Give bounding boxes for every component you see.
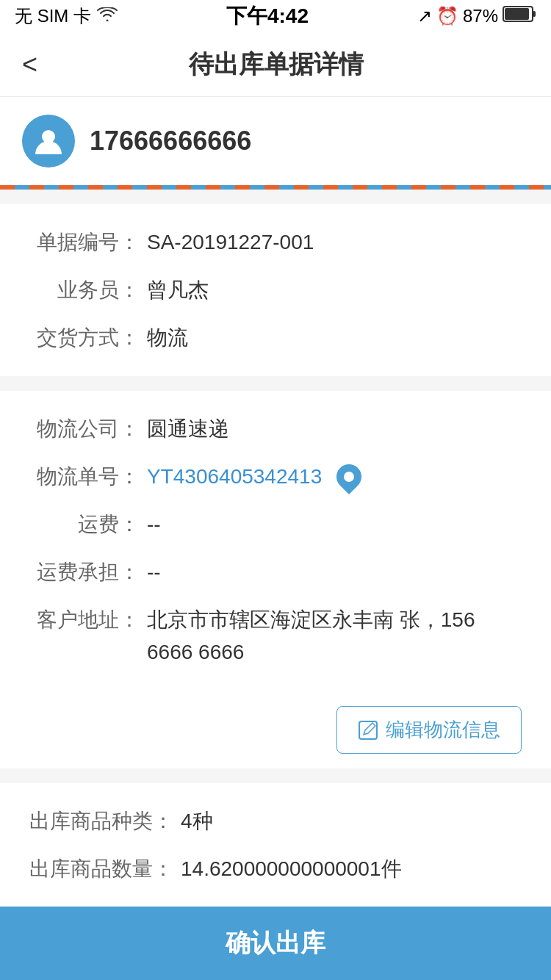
location-icon: ↗ xyxy=(417,6,432,26)
salesperson-row: 业务员： 曾凡杰 xyxy=(29,274,522,307)
logistics-company-value: 圆通速递 xyxy=(147,413,522,446)
goods-types-value: 4种 xyxy=(181,805,522,838)
confirm-button[interactable]: 确认出库 xyxy=(0,907,551,980)
address-label: 客户地址： xyxy=(29,604,147,637)
order-no-value: SA-20191227-001 xyxy=(147,226,522,259)
delivery-value: 物流 xyxy=(147,322,522,355)
address-value: 北京市市辖区海淀区永丰南 张，156 6666 6666 xyxy=(147,604,522,670)
status-left: 无 SIM 卡 xyxy=(15,4,118,28)
salesperson-value: 曾凡杰 xyxy=(147,274,522,307)
tracking-no-value: YT43064053424​13 xyxy=(147,461,522,494)
svg-rect-2 xyxy=(505,8,529,20)
goods-types-label: 出库商品种类： xyxy=(29,805,181,838)
battery-label: 87% xyxy=(463,6,498,26)
status-time: 下午4:42 xyxy=(226,2,309,30)
logistics-company-label: 物流公司： xyxy=(29,413,147,446)
freight-row: 运费： -- xyxy=(29,508,522,541)
goods-quantity-row: 出库商品数量： 14.620000000000001件 xyxy=(29,853,522,886)
logistics-section: 物流公司： 圆通速递 物流单号： YT43064053424​13 运费： --… xyxy=(0,391,551,691)
wifi-icon xyxy=(97,6,118,26)
nav-bar: < 待出库单据详情 xyxy=(0,32,551,97)
carrier-label: 无 SIM 卡 xyxy=(15,4,91,28)
back-button[interactable]: < xyxy=(22,42,52,87)
alarm-icon: ⏰ xyxy=(436,6,458,26)
goods-types-row: 出库商品种类： 4种 xyxy=(29,805,522,838)
order-no-label: 单据编号： xyxy=(29,226,147,259)
delivery-row: 交货方式： 物流 xyxy=(29,322,522,355)
order-info-section: 单据编号： SA-20191227-001 业务员： 曾凡杰 交货方式： 物流 xyxy=(0,204,551,376)
address-row: 客户地址： 北京市市辖区海淀区永丰南 张，156 6666 6666 xyxy=(29,604,522,670)
tracking-no-label: 物流单号： xyxy=(29,461,147,494)
delivery-label: 交货方式： xyxy=(29,322,147,355)
status-right: ↗ ⏰ 87% xyxy=(417,6,536,26)
customer-header: 17666666666 xyxy=(0,97,551,185)
svg-rect-1 xyxy=(533,11,536,17)
customer-phone: 17666666666 xyxy=(90,126,251,156)
logistics-company-row: 物流公司： 圆通速递 xyxy=(29,413,522,446)
order-no-row: 单据编号： SA-20191227-001 xyxy=(29,226,522,259)
freight-label: 运费： xyxy=(29,508,147,541)
edit-logistics-row: 编辑物流信息 xyxy=(0,691,551,768)
battery-icon xyxy=(503,6,536,26)
avatar xyxy=(22,115,75,167)
goods-section: 出库商品种类： 4种 出库商品数量： 14.620000000000001件 xyxy=(0,783,551,908)
freight-value: -- xyxy=(147,508,522,541)
location-pin-icon[interactable] xyxy=(331,459,367,494)
salesperson-label: 业务员： xyxy=(29,274,147,307)
goods-quantity-label: 出库商品数量： xyxy=(29,853,181,886)
freight-bear-row: 运费承担： -- xyxy=(29,556,522,589)
page-title: 待出库单据详情 xyxy=(52,48,500,82)
freight-bear-value: -- xyxy=(147,556,522,589)
freight-bear-label: 运费承担： xyxy=(29,556,147,589)
tracking-no-row: 物流单号： YT43064053424​13 xyxy=(29,461,522,494)
edit-logistics-button[interactable]: 编辑物流信息 xyxy=(336,706,522,754)
status-bar: 无 SIM 卡 下午4:42 ↗ ⏰ 87% xyxy=(0,0,551,32)
goods-quantity-value: 14.620000000000001件 xyxy=(181,853,522,886)
edit-icon xyxy=(358,720,378,741)
